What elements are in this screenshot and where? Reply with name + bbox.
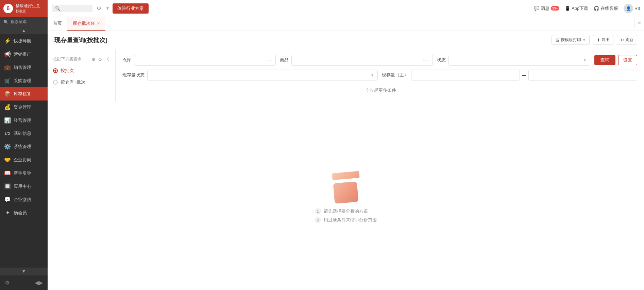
sidebar-item-guide[interactable]: 📖 新手引导: [0, 166, 48, 180]
empty-state: 1 请先选择要分析的方案 2 用过滤条件来缩小分析范围: [48, 102, 644, 290]
product-label: 商品: [280, 57, 289, 63]
wechat-icon: 💬: [4, 196, 11, 203]
topbar-settings-btn[interactable]: ⚙: [95, 4, 103, 13]
topbar-search-box[interactable]: 🔍: [52, 5, 92, 12]
app-center-icon: 🔲: [4, 183, 11, 189]
inventory-qty-max[interactable]: [528, 70, 637, 80]
sidebar-item-enterprise[interactable]: 🤝 企业协同: [0, 153, 48, 166]
sidebar-item-app-center[interactable]: 🔲 应用中心: [0, 180, 48, 193]
tab-home-label: 首页: [53, 20, 62, 26]
print-template-btn[interactable]: 🖨 按模板打印 ▼: [552, 35, 590, 45]
status-select[interactable]: ▼: [448, 55, 590, 66]
filter-option-by-warehouse-batch[interactable]: 按仓库+批次: [48, 76, 115, 88]
empty-tip-1: 1 请先选择要分析的方案: [315, 208, 377, 214]
sidebar-item-label: 采购管理: [14, 78, 31, 84]
export-btn[interactable]: ⬆ 导出: [593, 35, 613, 45]
warehouse-label: 仓库: [122, 57, 131, 63]
messages-badge: 99+: [551, 6, 559, 11]
inventory-status-select[interactable]: ▼: [147, 70, 378, 80]
user-area[interactable]: 👤 Rit: [624, 4, 640, 13]
box-lid: [332, 171, 359, 180]
tab-close-page[interactable]: ✕: [634, 18, 644, 28]
sidebar-scroll-down[interactable]: ▼: [0, 268, 48, 275]
app-download-item[interactable]: 📱 App下载: [565, 5, 588, 12]
inventory-status-label: 现存量状态: [122, 72, 145, 78]
collapse-icon[interactable]: ◀▶: [33, 278, 44, 287]
page-content-area: 现存量查询(按批次) 🖨 按模板打印 ▼ ⬆ 导出 ↻ 刷新: [48, 31, 644, 290]
sidebar-item-management[interactable]: 📊 经营管理: [0, 114, 48, 127]
purchase-icon: 🛒: [4, 77, 11, 84]
inventory-status-field: 现存量状态 ▼: [122, 70, 378, 80]
warehouse-field: 仓库 ···: [122, 55, 276, 66]
add-scheme-btn[interactable]: ⊕: [91, 55, 96, 63]
sidebar-item-sales[interactable]: 💼 销售管理: [0, 61, 48, 74]
empty-illustration: [329, 169, 363, 203]
enterprise-icon: 🤝: [4, 157, 11, 163]
sidebar-search[interactable]: 🔍 搜索菜单: [0, 17, 48, 27]
app-name: 畅康通好生意: [16, 3, 40, 9]
range-dash: —: [522, 73, 526, 78]
tab-home[interactable]: 首页: [48, 17, 67, 31]
topbar-right: 💬 消息 99+ 📱 App下载 🎧 在线客服 👤 Rit: [534, 4, 640, 13]
filter-sidebar-title-text: 按以下方案查询: [53, 56, 82, 62]
print-icon: 🖨: [555, 38, 559, 42]
sidebar: 6 畅康通好生意 标准版 🔍 搜索菜单 ▲ ⚡ 快捷导航 📢 营销推广 💼 销售…: [0, 0, 48, 290]
settings-icon[interactable]: ⚙: [3, 278, 11, 287]
sidebar-item-label: 营销推广: [14, 51, 31, 57]
sidebar-item-inventory[interactable]: 📦 库存核算: [0, 87, 48, 101]
warehouse-input[interactable]: ···: [134, 55, 276, 66]
scheme-settings-btn[interactable]: ⊙: [98, 55, 103, 63]
tab-inventory-batch-label: 库存批次账: [73, 20, 95, 26]
online-service-item[interactable]: 🎧 在线客服: [594, 5, 618, 12]
export-icon: ⬆: [597, 38, 600, 42]
sidebar-item-label: 企业微信: [14, 197, 31, 203]
sidebar-item-label: 销售管理: [14, 65, 31, 71]
sidebar-item-basic-info[interactable]: 🗂 基础信息: [0, 127, 48, 140]
sidebar-item-marketing[interactable]: 📢 营销推广: [0, 48, 48, 61]
inventory-qty-label: 现存量（主）: [382, 72, 408, 78]
topbar-left: 🔍 ⚙ ▼ 体验行业方案: [52, 3, 149, 14]
search-icon: 🔍: [3, 20, 9, 24]
topbar-dropdown-icon[interactable]: ▼: [105, 6, 110, 11]
inventory-qty-range: —: [411, 70, 637, 80]
sidebar-item-label: 新手引导: [14, 170, 31, 176]
query-btn[interactable]: 查询: [594, 55, 615, 65]
sidebar-item-purchase[interactable]: 🛒 采购管理: [0, 74, 48, 87]
refresh-icon: ↻: [621, 38, 624, 42]
sidebar-item-quick-nav[interactable]: ⚡ 快捷导航: [0, 34, 48, 48]
sidebar-item-system[interactable]: ⚙️ 系统管理: [0, 140, 48, 153]
sidebar-item-label: 库存核算: [14, 91, 31, 97]
action-buttons: 查询 设置: [594, 55, 637, 65]
sidebar-scroll-up[interactable]: ▲: [0, 27, 48, 34]
product-input[interactable]: ···: [291, 55, 433, 66]
online-service-label: 在线客服: [600, 5, 618, 12]
box-shape: [333, 181, 359, 204]
sidebar-item-member[interactable]: ✦ 畅会员: [0, 206, 48, 219]
collapse-sidebar-btn[interactable]: 《: [104, 55, 110, 63]
filter-sidebar-title: 按以下方案查询 ⊕ ⊙ 《: [48, 53, 115, 65]
page-actions: 🖨 按模板打印 ▼ ⬆ 导出 ↻ 刷新: [552, 35, 637, 45]
inventory-qty-field: 现存量（主） —: [382, 70, 637, 80]
sidebar-nav: ⚡ 快捷导航 📢 营销推广 💼 销售管理 🛒 采购管理 📦 库存核算 💰 资金管…: [0, 34, 48, 268]
filter-section: 按以下方案查询 ⊕ ⊙ 《 按批次 按仓库+批次: [48, 49, 644, 102]
experience-btn[interactable]: 体验行业方案: [113, 3, 149, 14]
collapse-more-btn[interactable]: 《 收起更多条件: [122, 85, 637, 96]
radio-by-warehouse-batch: [53, 80, 58, 85]
inventory-qty-min[interactable]: [411, 70, 520, 80]
filter-sidebar-actions: ⊕ ⊙ 《: [91, 55, 110, 63]
sales-icon: 💼: [4, 64, 11, 71]
inv-status-chevron-icon: ▼: [371, 73, 374, 77]
print-dropdown-icon: ▼: [582, 38, 586, 42]
tab-inventory-batch[interactable]: 库存批次账 ✕: [67, 17, 105, 31]
tab-close-icon[interactable]: ✕: [97, 21, 100, 26]
sidebar-item-finance[interactable]: 💰 资金管理: [0, 101, 48, 114]
refresh-btn[interactable]: ↻ 刷新: [617, 35, 637, 45]
filter-row-1: 仓库 ··· 商品 ···: [122, 55, 637, 66]
status-label: 状态: [437, 57, 446, 63]
messages-item[interactable]: 💬 消息 99+: [534, 5, 559, 12]
refresh-label: 刷新: [625, 37, 633, 43]
guide-icon: 📖: [4, 170, 11, 176]
sidebar-item-wechat[interactable]: 💬 企业微信: [0, 193, 48, 206]
settings-btn[interactable]: 设置: [618, 55, 637, 65]
filter-option-by-batch[interactable]: 按批次: [48, 65, 115, 76]
